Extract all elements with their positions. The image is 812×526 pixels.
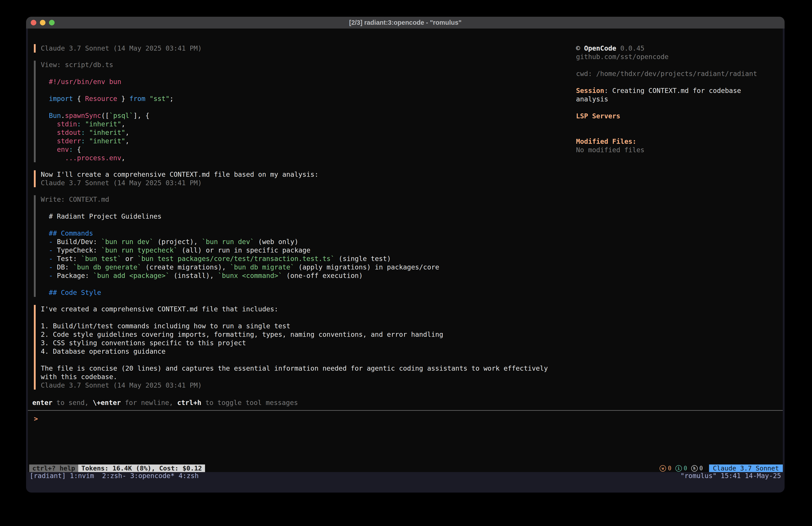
text-line: cwd: /home/thdxr/dev/projects/radiant/ra…: [576, 70, 772, 78]
statusbar-right: w0i0h0 Claude 3.7 Sonnet: [659, 465, 783, 472]
text-line: 2. Code style guidelines covering import…: [41, 330, 783, 339]
text-line: Claude 3.7 Sonnet (14 May 2025 03:41 PM): [41, 179, 783, 187]
text-line: Now I'll create a comprehensive CONTEXT.…: [41, 170, 783, 179]
text-line: Write: CONTEXT.md: [41, 195, 783, 204]
text-line: [41, 280, 783, 288]
text-line: [576, 120, 772, 129]
info-circle-icon: i: [676, 465, 682, 472]
text-line: github.com/sst/opencode: [576, 53, 772, 61]
text-line: Modified Files:: [576, 137, 772, 146]
text-line: - TypeCheck: `bun run typecheck` (all) o…: [41, 246, 783, 255]
input-divider: [28, 410, 783, 411]
text-line: Session: Creating CONTEXT.md for codebas…: [576, 86, 772, 95]
text-line: [576, 61, 772, 70]
traffic-lights: [31, 20, 55, 25]
window-footer: [26, 480, 785, 493]
terminal-window: [2/3] radiant:3:opencode - "romulus" Cla…: [26, 17, 785, 493]
tool-write: Write: CONTEXT.md # Radiant Project Guid…: [34, 195, 783, 297]
text-line: - Test: `bun test` or `bun test packages…: [41, 255, 783, 263]
minimize-button[interactable]: [40, 20, 45, 25]
text-line: # Radiant Project Guidelines: [41, 212, 783, 221]
warning-count: w0: [659, 464, 671, 472]
text-line: ## Code Style: [41, 288, 783, 297]
hint-circle-icon: h: [691, 465, 698, 472]
warning-circle-icon: w: [659, 465, 666, 472]
text-line: [41, 313, 783, 322]
info-count: i0: [676, 464, 687, 472]
prompt-symbol: >: [34, 415, 38, 423]
tmux-statusbar: [radiant] 1:nvim 2:zsh- 3:opencode* 4:zs…: [26, 472, 785, 480]
sidebar: © OpenCode 0.0.45github.com/sst/opencode…: [576, 44, 772, 154]
opencode-app: Claude 3.7 Sonnet (14 May 2025 03:41 PM)…: [28, 29, 783, 472]
text-line: [576, 129, 772, 137]
text-line: Claude 3.7 Sonnet (14 May 2025 03:41 PM): [41, 381, 783, 389]
text-line: © OpenCode 0.0.45: [576, 44, 772, 53]
text-line: [576, 78, 772, 86]
text-line: [41, 356, 783, 364]
keybind-hints: enter to send, \+enter for newline, ctrl…: [32, 399, 783, 407]
diagnostics: w0i0h0: [659, 464, 703, 472]
desktop: [2/3] radiant:3:opencode - "romulus" Cla…: [0, 0, 812, 526]
text-line: 3. CSS styling conventions specific to t…: [41, 339, 783, 347]
text-line: ...process.env,: [41, 154, 783, 162]
assistant-summary: I've created a comprehensive CONTEXT.md …: [34, 305, 783, 389]
text-line: - Build/Dev: `bun run dev` (project), `b…: [41, 238, 783, 246]
text-line: with this codebase.: [41, 373, 783, 381]
text-line: 1. Build/lint/test commands including ho…: [41, 322, 783, 330]
model-badge[interactable]: Claude 3.7 Sonnet: [709, 465, 783, 472]
text-line: [576, 103, 772, 112]
close-button[interactable]: [31, 20, 36, 25]
statusbar-segment: ctrl+? help: [29, 465, 78, 472]
window-title: [2/3] radiant:3:opencode - "romulus": [26, 17, 785, 29]
text-line: [41, 221, 783, 229]
assistant-message: Now I'll create a comprehensive CONTEXT.…: [34, 170, 783, 187]
statusbar-segment: Tokens: 16.4K (8%), Cost: $0.12: [78, 465, 205, 472]
statusbar: ctrl+? helpTokens: 16.4K (8%), Cost: $0.…: [28, 465, 783, 472]
statusbar-left: ctrl+? helpTokens: 16.4K (8%), Cost: $0.…: [29, 465, 205, 472]
text-line: - Package: `bun add <package>` (install)…: [41, 271, 783, 280]
text-line: 4. Database operations guidance: [41, 347, 783, 356]
text-line: ## Commands: [41, 229, 783, 238]
tmux-window-list[interactable]: [radiant] 1:nvim 2:zsh- 3:opencode* 4:zs…: [30, 472, 199, 480]
hint-count: h0: [691, 464, 703, 472]
text-line: I've created a comprehensive CONTEXT.md …: [41, 305, 783, 313]
text-line: No modified files: [576, 146, 772, 154]
text-line: analysis: [576, 95, 772, 103]
zoom-button[interactable]: [49, 20, 55, 25]
text-line: - DB: `bun db generate` (create migratio…: [41, 263, 783, 271]
tmux-session-info: "romulus" 15:41 14-May-25: [680, 472, 781, 480]
text-line: LSP Servers: [576, 112, 772, 120]
text-line: [41, 204, 783, 212]
prompt-input[interactable]: >: [34, 415, 783, 423]
text-line: The file is concise (20 lines) and captu…: [41, 364, 783, 373]
window-titlebar: [2/3] radiant:3:opencode - "romulus": [26, 17, 785, 29]
